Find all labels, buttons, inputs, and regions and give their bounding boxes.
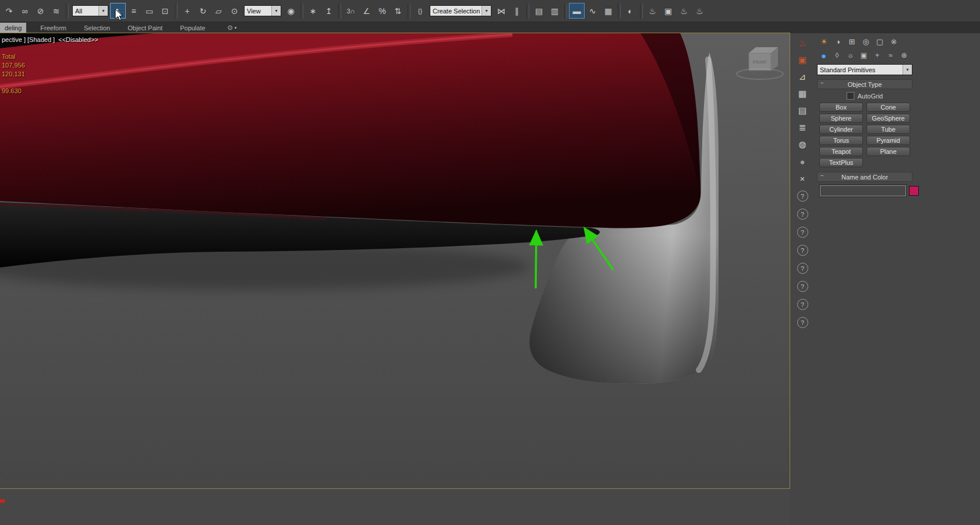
select-and-rotate-button[interactable]: ↻ bbox=[195, 3, 211, 19]
help-icon-7[interactable]: ? bbox=[797, 299, 808, 310]
spinner-snap-toggle[interactable]: ⇅ bbox=[390, 3, 406, 19]
render-flyout-button[interactable]: ♨ bbox=[692, 3, 707, 19]
reference-coordinate-dropdown[interactable]: View ▾ bbox=[244, 5, 281, 16]
category-shapes-icon[interactable]: ◊ bbox=[832, 50, 843, 61]
chevron-down-icon: ▾ bbox=[903, 65, 912, 75]
box-button[interactable]: Box bbox=[819, 103, 863, 112]
ribbon-toggle-button[interactable]: ▬ bbox=[569, 3, 585, 19]
container-icon[interactable]: ▣ bbox=[795, 54, 809, 66]
object-type-rollout-header[interactable]: − Object Type bbox=[817, 79, 912, 89]
geosphere-button[interactable]: GeoSphere bbox=[866, 114, 910, 123]
ribbon-tab-modeling[interactable]: deling bbox=[0, 23, 26, 33]
help-icon-2[interactable]: ? bbox=[797, 209, 808, 220]
plane-button[interactable]: Plane bbox=[866, 147, 910, 156]
help-icon-6[interactable]: ? bbox=[797, 281, 808, 292]
ribbon-tab-freeform[interactable]: Freeform bbox=[34, 23, 72, 33]
named-selection-set-dropdown[interactable]: Create Selection Se ▾ bbox=[430, 5, 491, 16]
chevron-down-icon: ▾ bbox=[98, 6, 108, 16]
ribbon-tab-bar: deling Freeform Selection Object Paint P… bbox=[0, 22, 980, 33]
name-and-color-rollout-header[interactable]: − Name and Color bbox=[817, 172, 912, 182]
layers-alt-icon[interactable]: ≣ bbox=[795, 121, 809, 134]
vertical-mini-toolbar: ♨ ▣ ⊿ ▦ ▤ ≣ ◍ ● × ? ? ? ? ? ? ? ? bbox=[792, 37, 813, 333]
rollout-collapse-icon: − bbox=[820, 80, 824, 86]
unlink-selection-icon[interactable]: ⊘ bbox=[33, 3, 48, 19]
select-by-name-button[interactable]: ≡ bbox=[126, 3, 141, 19]
layer-explorer-toggle[interactable]: ▥ bbox=[547, 3, 562, 19]
toolbar-separator bbox=[338, 3, 341, 19]
named-selection-sets-button[interactable]: {} bbox=[412, 3, 428, 19]
select-and-manipulate-button[interactable]: ∗ bbox=[305, 3, 321, 19]
scene-explorer-toggle[interactable]: ▤ bbox=[531, 3, 547, 19]
cone-button[interactable]: Cone bbox=[866, 103, 910, 112]
select-and-place-button[interactable]: ⊙ bbox=[227, 3, 242, 19]
close-icon[interactable]: × bbox=[795, 172, 809, 185]
help-icon-1[interactable]: ? bbox=[797, 191, 808, 202]
toolbar-separator bbox=[640, 3, 643, 19]
autogrid-checkbox[interactable] bbox=[847, 92, 854, 100]
help-icon-8[interactable]: ? bbox=[797, 317, 808, 328]
select-and-link-icon[interactable]: ∞ bbox=[17, 3, 33, 19]
use-pivot-center-button[interactable]: ◉ bbox=[283, 3, 299, 19]
viewport-canvas[interactable]: FRONT bbox=[0, 33, 790, 488]
teapot-button[interactable]: Teapot bbox=[819, 147, 863, 156]
category-space-warps-icon[interactable]: ≈ bbox=[885, 50, 896, 61]
torus-button[interactable]: Torus bbox=[819, 136, 863, 145]
window-crossing-toggle[interactable]: ⊡ bbox=[157, 3, 173, 19]
align-button[interactable]: ∥ bbox=[509, 3, 525, 19]
tab-utilities-icon[interactable]: ※ bbox=[888, 36, 900, 47]
cylinder-button[interactable]: Cylinder bbox=[819, 125, 863, 134]
bind-to-space-warp-icon[interactable]: ≋ bbox=[48, 3, 64, 19]
select-and-scale-button[interactable]: ▱ bbox=[211, 3, 227, 19]
render-production-button[interactable]: ♨ bbox=[676, 3, 692, 19]
help-icon-5[interactable]: ? bbox=[797, 263, 808, 274]
material-editor-button[interactable]: ◐ bbox=[622, 3, 638, 19]
name-and-color-title: Name and Color bbox=[841, 174, 888, 181]
ribbon-flyout-button[interactable]: ⊙ ▾ bbox=[228, 24, 237, 31]
render-setup-button[interactable]: ♨ bbox=[645, 3, 660, 19]
help-icon-3[interactable]: ? bbox=[797, 227, 808, 238]
tab-hierarchy-icon[interactable]: ⊞ bbox=[846, 36, 858, 47]
category-geometry-icon[interactable]: ● bbox=[818, 50, 829, 61]
mirror-button[interactable]: ⋈ bbox=[493, 3, 509, 19]
curve-editor-button[interactable]: ∿ bbox=[585, 3, 600, 19]
ribbon-tab-selection[interactable]: Selection bbox=[78, 23, 116, 33]
help-icon-4[interactable]: ? bbox=[797, 245, 808, 256]
tab-modify-icon[interactable]: ◑ bbox=[832, 36, 844, 47]
pyramid-button[interactable]: Pyramid bbox=[866, 136, 910, 145]
perspective-viewport[interactable]: FRONT pective ] [Shaded ] <<Disabled>> T… bbox=[0, 33, 790, 489]
ribbon-tab-object-paint[interactable]: Object Paint bbox=[122, 23, 168, 33]
checker-sphere-icon[interactable]: ◍ bbox=[795, 138, 809, 151]
rendered-frame-window-button[interactable]: ▣ bbox=[660, 3, 676, 19]
viewport-label[interactable]: pective ] [Shaded ] <<Disabled>> bbox=[2, 36, 98, 43]
layers-icon[interactable]: ▤ bbox=[795, 104, 809, 117]
ruler-icon[interactable]: ⊿ bbox=[795, 71, 809, 83]
textplus-button[interactable]: TextPlus bbox=[819, 158, 863, 167]
sphere-icon[interactable]: ● bbox=[795, 155, 809, 168]
category-lights-icon[interactable]: ☼ bbox=[845, 50, 856, 61]
sphere-button[interactable]: Sphere bbox=[819, 114, 863, 123]
category-helpers-icon[interactable]: + bbox=[872, 50, 883, 61]
tab-motion-icon[interactable]: ◎ bbox=[860, 36, 872, 47]
angle-snap-toggle[interactable]: ∠ bbox=[359, 3, 374, 19]
object-name-field[interactable] bbox=[820, 185, 906, 196]
tab-create-icon[interactable]: ☀ bbox=[818, 36, 830, 47]
dope-sheet-button[interactable]: ▦ bbox=[600, 3, 616, 19]
percent-snap-toggle[interactable]: % bbox=[374, 3, 390, 19]
ribbon-tab-populate[interactable]: Populate bbox=[174, 23, 211, 33]
selection-filter-dropdown[interactable]: All ▾ bbox=[72, 5, 108, 16]
snap-toggle-3d-button[interactable]: 3∩ bbox=[343, 3, 359, 19]
tube-button[interactable]: Tube bbox=[866, 125, 910, 134]
select-and-move-button[interactable]: + bbox=[179, 3, 195, 19]
partial-toolbar-icon[interactable]: ↷ bbox=[1, 3, 17, 19]
primitives-dropdown[interactable]: Standard Primitives ▾ bbox=[817, 64, 912, 75]
checker-icon[interactable]: ▦ bbox=[795, 87, 809, 100]
teapot-icon[interactable]: ♨ bbox=[795, 37, 809, 50]
keyboard-override-toggle[interactable]: ↥ bbox=[321, 3, 337, 19]
category-systems-icon[interactable]: ⊛ bbox=[898, 50, 910, 61]
selection-region-button[interactable]: ▭ bbox=[141, 3, 157, 19]
object-color-swatch[interactable] bbox=[909, 186, 919, 196]
reference-coordinate-value: View bbox=[245, 8, 271, 15]
tab-display-icon[interactable]: ▢ bbox=[874, 36, 886, 47]
toolbar-separator bbox=[618, 3, 621, 19]
category-cameras-icon[interactable]: ▣ bbox=[858, 50, 869, 61]
